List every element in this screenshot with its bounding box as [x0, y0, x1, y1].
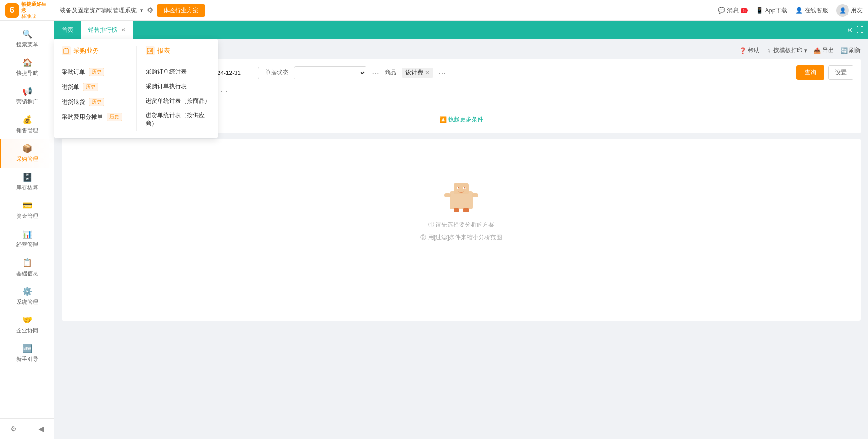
svg-rect-8 [454, 208, 459, 212]
topbar-title-area: 装备及固定资产辅助管理系统 ▾ ⚙ 体验行业方案 [60, 4, 718, 17]
dropdown-item-purchase-order[interactable]: 采购订单 历史 [62, 64, 127, 79]
logo-icon: 6 [5, 3, 19, 18]
sidebar-item-search[interactable]: 🔍 搜索菜单 [0, 25, 54, 53]
online-service-button[interactable]: 👤 在线客服 [795, 6, 828, 15]
sidebar-item-purchase[interactable]: 📦 采购管理 [0, 139, 54, 168]
purchase-col-title: 采购业务 [62, 46, 127, 59]
goods-tag-close[interactable]: ✕ [425, 69, 429, 76]
sidebar-item-guide[interactable]: 🆕 新手引导 [0, 339, 54, 368]
sidebar-item-system[interactable]: ⚙️ 系统管理 [0, 282, 54, 311]
refresh-icon: 🔄 [840, 47, 848, 54]
system-settings-button[interactable]: ⚙ [147, 6, 153, 15]
svg-rect-7 [472, 193, 478, 197]
sidebar-item-operations[interactable]: 📊 经营管理 [0, 225, 54, 253]
doc-status-select[interactable] [294, 66, 366, 79]
dropdown-item-purchase-order-stats[interactable]: 采购订单统计表 [146, 64, 211, 79]
print-button[interactable]: 🖨 按模板打印 ▾ [766, 46, 807, 54]
purchase-order-stats-label: 采购订单统计表 [146, 68, 187, 76]
report-col-title: 报表 [146, 46, 211, 59]
app-download-button[interactable]: 📱 App下载 [756, 6, 787, 15]
industry-solution-button[interactable]: 体验行业方案 [157, 4, 205, 17]
empty-hint-1: ① 请先选择要分析的方案 [428, 221, 495, 229]
tab-home[interactable]: 首页 [54, 21, 81, 39]
sidebar-collapse-button[interactable]: ◀ [38, 424, 44, 433]
receipt-history-tag: 历史 [83, 83, 98, 91]
sidebar-label-finance: 资金管理 [16, 212, 38, 220]
tab-sales-rank[interactable]: 销售排行榜 ✕ [81, 21, 133, 39]
tab-home-label: 首页 [62, 26, 73, 34]
dropdown-item-receipt[interactable]: 进货单 历史 [62, 79, 127, 94]
user-menu[interactable]: 👤 用友 [836, 4, 863, 17]
sidebar-label-search: 搜索菜单 [16, 41, 38, 49]
topbar: 装备及固定资产辅助管理系统 ▾ ⚙ 体验行业方案 💬 消息 5 📱 App下载 … [0, 0, 868, 21]
print-label: 按模板打印 [773, 46, 803, 54]
sidebar-item-marketing[interactable]: 📢 营销推广 [0, 82, 54, 110]
sidebar-label-guide: 新手引导 [16, 355, 38, 363]
help-button[interactable]: ❓ 帮助 [739, 46, 760, 54]
app-download-label: App下载 [765, 6, 787, 15]
sidebar-label-inventory: 库存核算 [16, 184, 38, 192]
receipt-stats-supplier-label: 进货单统计表（按供应商） [146, 111, 211, 128]
sidebar-label-marketing: 营销推广 [16, 98, 38, 106]
operations-icon: 📊 [22, 229, 32, 239]
refresh-button[interactable]: 🔄 刷新 [840, 46, 861, 54]
finance-icon: 💳 [22, 201, 32, 211]
report-col: 报表 采购订单统计表 采购订单执行表 进货单统计表（按商品） 进货单统计表（按供… [138, 46, 218, 131]
sidebar-item-quick-nav[interactable]: 🏠 快捷导航 [0, 53, 54, 82]
tab-maximize-button[interactable]: ⛶ [856, 26, 863, 34]
print-dropdown-icon: ▾ [804, 47, 807, 54]
tab-close-window-button[interactable]: ✕ [847, 26, 853, 35]
filter-settings-button[interactable]: 设置 [828, 65, 853, 80]
sidebar-item-basic-info[interactable]: 📋 基础信息 [0, 253, 54, 282]
svg-point-4 [458, 187, 459, 189]
collapse-button[interactable]: 🔼 收起更多条件 [439, 115, 483, 123]
tab-sales-rank-label: 销售排行榜 [88, 26, 117, 34]
dropdown-columns: 采购业务 采购订单 历史 进货单 历史 进货退货 历史 采购费用分摊单 历史 [54, 46, 218, 131]
dropdown-item-receipt-stats-goods[interactable]: 进货单统计表（按商品） [146, 94, 211, 108]
dropdown-item-return[interactable]: 进货退货 历史 [62, 94, 127, 109]
dropdown-item-receipt-stats-supplier[interactable]: 进货单统计表（按供应商） [146, 108, 211, 131]
empty-hint2-text: 用[过滤]条件来缩小分析范围 [428, 234, 502, 241]
sidebar-label-purchase: 采购管理 [16, 155, 38, 163]
system-title: 装备及固定资产辅助管理系统 [60, 6, 137, 15]
message-button[interactable]: 💬 消息 5 [718, 6, 748, 15]
empty-hint-2: ② 用[过滤]条件来缩小分析范围 [420, 233, 502, 242]
purchase-dropdown-menu: 采购业务 采购订单 历史 进货单 历史 进货退货 历史 采购费用分摊单 历史 [54, 39, 218, 138]
empty-hint1-text: 请先选择要分析的方案 [435, 221, 494, 228]
goods-tag: 设计费 ✕ [402, 68, 433, 78]
dropdown-item-purchase-expense[interactable]: 采购费用分摊单 历史 [62, 109, 127, 124]
service-icon: 👤 [795, 7, 803, 14]
receipt-stats-goods-label: 进货单统计表（按商品） [146, 97, 210, 105]
sidebar-label-operations: 经营管理 [16, 241, 38, 249]
logo-text-line2: 标准版 [21, 13, 49, 19]
sidebar-bottom: ⚙ ◀ [0, 418, 54, 439]
return-history-tag: 历史 [89, 98, 104, 106]
logo-text-line1: 畅捷通好生意 [21, 1, 49, 13]
home-icon: 🏠 [22, 58, 32, 68]
svg-rect-6 [444, 193, 451, 197]
phone-icon: 📱 [756, 7, 763, 14]
refresh-label: 刷新 [849, 46, 861, 54]
query-button[interactable]: 查询 [796, 65, 824, 80]
dropdown-item-purchase-order-exec[interactable]: 采购订单执行表 [146, 79, 211, 94]
report-col-title-text: 报表 [157, 47, 170, 55]
topbar-right: 💬 消息 5 📱 App下载 👤 在线客服 👤 用友 [718, 4, 863, 17]
sidebar-item-sales[interactable]: 💰 销售管理 [0, 110, 54, 139]
inventory-icon: 🗄️ [22, 172, 32, 182]
export-icon: 📤 [814, 47, 821, 54]
doc-status-more: ⋯ [372, 69, 379, 77]
sidebar-logo: 6 畅捷通好生意 标准版 [0, 0, 54, 21]
tab-close-icon[interactable]: ✕ [121, 27, 126, 33]
empty-illustration [441, 175, 482, 216]
basic-info-icon: 📋 [22, 258, 32, 268]
sidebar-item-finance[interactable]: 💳 资金管理 [0, 196, 54, 225]
sidebar-settings-button[interactable]: ⚙ [10, 424, 17, 433]
col-divider [136, 46, 137, 131]
enterprise-icon: 🤝 [22, 315, 32, 325]
sidebar-label-basic-info: 基础信息 [16, 270, 38, 277]
sidebar-item-inventory[interactable]: 🗄️ 库存核算 [0, 168, 54, 196]
system-dropdown-button[interactable]: ▾ [140, 7, 143, 14]
export-button[interactable]: 📤 导出 [814, 46, 834, 54]
purchase-order-history-tag: 历史 [89, 68, 104, 76]
sidebar-item-enterprise[interactable]: 🤝 企业协同 [0, 311, 54, 339]
